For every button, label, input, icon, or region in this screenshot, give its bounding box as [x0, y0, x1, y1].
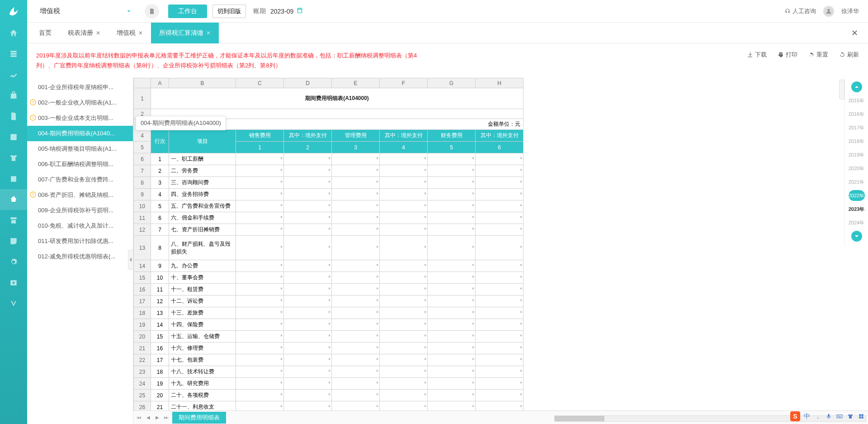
data-cell[interactable]: * — [428, 200, 476, 212]
row-label[interactable]: 十八、技术转让费 — [169, 366, 236, 378]
data-cell[interactable]: * — [332, 153, 380, 165]
data-cell[interactable]: * — [380, 366, 428, 378]
nav-report-icon[interactable] — [0, 127, 27, 148]
data-cell[interactable]: * — [476, 177, 524, 189]
avatar[interactable] — [823, 6, 834, 17]
nav-tax-icon[interactable] — [0, 189, 27, 210]
row-num[interactable]: 5 — [151, 200, 169, 212]
data-cell[interactable]: * — [332, 331, 380, 343]
data-cell[interactable]: * — [332, 177, 380, 189]
data-cell[interactable]: * — [284, 165, 332, 177]
form-item-11[interactable]: 012-减免所得税优惠明细表(... — [27, 249, 133, 264]
ime-keyboard-icon[interactable] — [835, 412, 844, 420]
data-cell[interactable]: * — [380, 236, 428, 260]
data-cell[interactable]: * — [236, 224, 284, 236]
print-button[interactable]: 打印 — [778, 51, 797, 59]
data-cell[interactable]: * — [476, 260, 524, 272]
data-cell[interactable]: * — [332, 260, 380, 272]
calendar-icon[interactable] — [296, 7, 303, 16]
data-cell[interactable]: * — [332, 307, 380, 319]
col-header-G[interactable]: G — [428, 78, 476, 88]
data-cell[interactable]: * — [380, 284, 428, 295]
col-header-E[interactable]: E — [332, 78, 380, 88]
sheet-nav-prev[interactable]: ◀ — [144, 413, 152, 422]
data-cell[interactable]: * — [284, 401, 332, 411]
data-cell[interactable]: * — [428, 319, 476, 331]
data-cell[interactable]: * — [428, 212, 476, 224]
form-item-4[interactable]: 005-纳税调整项目明细表(A1... — [27, 141, 133, 157]
data-cell[interactable]: * — [380, 200, 428, 212]
tab-close-icon[interactable]: ✕ — [96, 30, 100, 36]
col-header-D[interactable]: D — [284, 78, 332, 88]
data-cell[interactable]: * — [236, 177, 284, 189]
nav-calendar-icon[interactable] — [0, 168, 27, 189]
row-num[interactable]: 4 — [151, 189, 169, 200]
data-cell[interactable]: * — [476, 212, 524, 224]
row-num[interactable]: 6 — [151, 212, 169, 224]
nav-shirt-icon[interactable] — [0, 148, 27, 168]
data-cell[interactable]: * — [284, 153, 332, 165]
tab-3[interactable]: 所得税汇算清缴✕ — [151, 23, 219, 43]
data-cell[interactable]: * — [428, 343, 476, 354]
tab-2[interactable]: 增值税✕ — [108, 23, 151, 43]
data-cell[interactable]: * — [428, 354, 476, 366]
nav-video-icon[interactable] — [0, 272, 27, 293]
grid-corner[interactable] — [134, 78, 151, 88]
collapse-handle[interactable] — [128, 250, 133, 270]
data-cell[interactable]: * — [380, 295, 428, 307]
data-cell[interactable]: * — [476, 378, 524, 390]
year-2018年[interactable]: 2018年 — [849, 136, 865, 147]
row-label[interactable]: 十、董事会费 — [169, 272, 236, 284]
data-cell[interactable]: * — [284, 295, 332, 307]
data-cell[interactable]: * — [236, 272, 284, 284]
data-cell[interactable]: * — [332, 200, 380, 212]
data-cell[interactable]: * — [236, 236, 284, 260]
form-item-8[interactable]: 009-企业所得税弥补亏损明... — [27, 203, 133, 218]
data-cell[interactable]: * — [428, 307, 476, 319]
row-num[interactable]: 8 — [151, 236, 169, 260]
data-cell[interactable]: * — [236, 284, 284, 295]
data-cell[interactable]: * — [476, 401, 524, 411]
data-cell[interactable]: * — [284, 354, 332, 366]
data-cell[interactable]: * — [236, 390, 284, 401]
row-num[interactable]: 16 — [151, 343, 169, 354]
row-label[interactable]: 八、财产损耗、盘亏及毁损损失 — [169, 236, 236, 260]
data-cell[interactable]: * — [332, 295, 380, 307]
data-cell[interactable]: * — [332, 272, 380, 284]
data-cell[interactable]: * — [476, 272, 524, 284]
data-cell[interactable]: * — [476, 224, 524, 236]
row-label[interactable]: 九、办公费 — [169, 260, 236, 272]
year-down-button[interactable] — [851, 231, 862, 242]
data-cell[interactable]: * — [236, 200, 284, 212]
data-cell[interactable]: * — [380, 390, 428, 401]
data-cell[interactable]: * — [284, 272, 332, 284]
sheet-grid[interactable]: ABCDEFGH1期间费用明细表(A104000)23金额单位：元4行次项目销售… — [133, 78, 868, 410]
sheet-tab[interactable]: 期间费用明细表 — [172, 412, 226, 424]
data-cell[interactable]: * — [284, 284, 332, 295]
data-cell[interactable]: * — [332, 165, 380, 177]
data-cell[interactable]: * — [380, 153, 428, 165]
row-label[interactable]: 十七、包装费 — [169, 354, 236, 366]
data-cell[interactable]: * — [332, 189, 380, 200]
data-cell[interactable]: * — [380, 189, 428, 200]
data-cell[interactable]: * — [284, 177, 332, 189]
data-cell[interactable]: * — [284, 343, 332, 354]
row-num[interactable]: 11 — [151, 284, 169, 295]
ime-lang[interactable]: 中 — [803, 412, 811, 420]
tab-close-icon[interactable]: ✕ — [206, 30, 211, 36]
row-label[interactable]: 十一、租赁费 — [169, 284, 236, 295]
year-2022年[interactable]: 2022年 — [849, 190, 865, 201]
form-item-2[interactable]: 003-一般企业成本支出明细... — [27, 110, 133, 126]
data-cell[interactable]: * — [284, 260, 332, 272]
year-2015年[interactable]: 2015年 — [849, 95, 865, 106]
data-cell[interactable]: * — [284, 366, 332, 378]
row-label[interactable]: 十三、差旅费 — [169, 307, 236, 319]
data-cell[interactable]: * — [284, 319, 332, 331]
year-2017年[interactable]: 2017年 — [849, 122, 865, 133]
year-2016年[interactable]: 2016年 — [849, 109, 865, 119]
year-2019年[interactable]: 2019年 — [849, 149, 865, 160]
nav-ledger-icon[interactable] — [0, 43, 27, 64]
form-item-5[interactable]: 006-职工薪酬纳税调整明细... — [27, 157, 133, 172]
form-item-6[interactable]: 007-广告费和业务宣传费跨... — [27, 172, 133, 187]
row-label[interactable]: 二十一、利息收支 — [169, 401, 236, 411]
